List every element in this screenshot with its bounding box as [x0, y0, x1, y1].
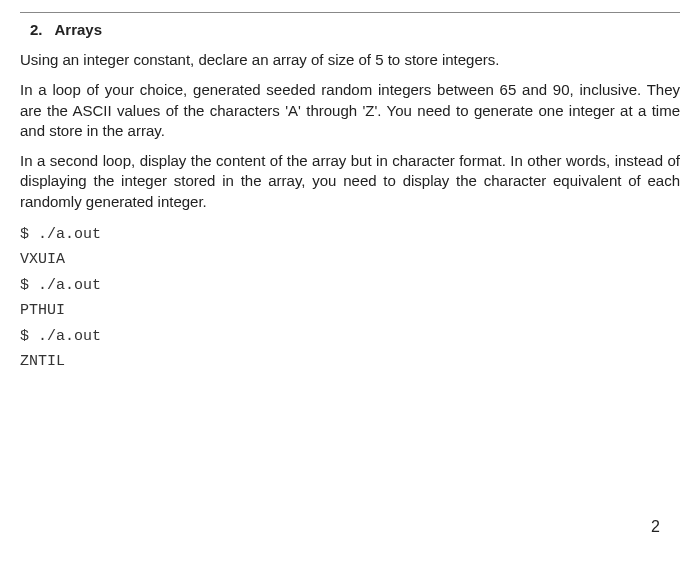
top-horizontal-rule — [20, 12, 680, 13]
heading-title: Arrays — [55, 21, 103, 38]
section-heading: 2.Arrays — [30, 21, 680, 38]
paragraph-1: Using an integer constant, declare an ar… — [20, 50, 680, 70]
terminal-output: $ ./a.out VXUIA $ ./a.out PTHUI $ ./a.ou… — [20, 222, 680, 375]
terminal-line: $ ./a.out — [20, 324, 680, 350]
terminal-line: VXUIA — [20, 247, 680, 273]
page-number: 2 — [651, 518, 660, 536]
terminal-line: PTHUI — [20, 298, 680, 324]
paragraph-2: In a loop of your choice, generated seed… — [20, 80, 680, 141]
terminal-line: $ ./a.out — [20, 273, 680, 299]
document-container: 2.Arrays Using an integer constant, decl… — [0, 0, 700, 395]
heading-number: 2. — [30, 21, 43, 38]
terminal-line: $ ./a.out — [20, 222, 680, 248]
paragraph-3: In a second loop, display the content of… — [20, 151, 680, 212]
terminal-line: ZNTIL — [20, 349, 680, 375]
